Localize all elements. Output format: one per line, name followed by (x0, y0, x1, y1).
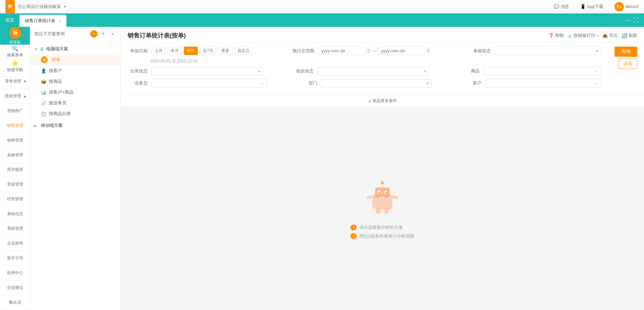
sidebar-search[interactable]: 🔍 搜索菜单 (0, 45, 30, 59)
sidebar-item-finance[interactable]: 资金管理 (0, 177, 30, 192)
sidebar-finance-label: 资金管理 (7, 182, 23, 187)
tree-group-pc-header[interactable]: ▼ 🖥 电脑端方案 (30, 44, 120, 54)
salesperson-input-wrapper[interactable]: ··· (152, 79, 267, 88)
help-icon: ❓ (548, 33, 554, 38)
tree-item-by-customer-goods[interactable]: 📊 按客户+商品 (30, 87, 120, 98)
message-label: 消息 (560, 4, 569, 10)
sidebar-item-system[interactable]: 系统管理 (0, 221, 30, 236)
department-select[interactable] (321, 79, 431, 88)
tree-item-by-goods[interactable]: 📦 按商品 (30, 76, 120, 87)
sidebar-item-wholesale[interactable]: 批发管理 ▲ (0, 89, 30, 104)
left-panel-actions: + ✎ « (90, 30, 116, 38)
pc-group-icon: 🖥 (40, 46, 44, 52)
sidebar-quicknav[interactable]: ⭐ 快捷导航 (0, 59, 30, 74)
sidebar-item-member[interactable]: 畅会员 (0, 295, 30, 310)
top-bar-title: 办公用品行业模拟账套 (17, 4, 61, 10)
goods-ellipsis-icon[interactable]: ··· (594, 68, 598, 74)
tree-group-pc: ▼ 🖥 电脑端方案 按 按单 👤 按客户 (30, 44, 120, 119)
print-btn[interactable]: 🖨 按模板打印 ▾ (568, 33, 598, 39)
svg-point-6 (385, 192, 387, 193)
right-main: 销售订单统计表(按单) ❓ 帮助 🖨 按模板打印 ▾ 📤 导出 (121, 27, 644, 310)
user-area[interactable]: Ea demo2 (614, 2, 639, 11)
add-scheme-btn[interactable]: + (90, 30, 98, 38)
tree-item-by-customer[interactable]: 👤 按客户 (30, 65, 120, 76)
svg-rect-8 (392, 195, 398, 199)
tab-expand-icon[interactable]: ⛶ (633, 17, 639, 23)
filter-section: 单据日期 上月 本月 本年 近7天 更多 自定义 (121, 43, 644, 106)
help-label: 帮助 (555, 33, 564, 39)
search-button[interactable]: 查询 (614, 47, 637, 57)
payment-label: 收款状态 (293, 68, 314, 74)
payment-select[interactable] (318, 67, 429, 75)
expected-date-to[interactable] (378, 47, 425, 55)
tree-item-by-customer-goods-label: 按客户+商品 (49, 89, 73, 95)
top-bar-arrow[interactable]: ▾ (64, 4, 66, 9)
filter-row-2: 出库状态 收款状态 (127, 67, 601, 75)
tab-minimize-icon[interactable]: — (625, 17, 631, 23)
payment-select-wrapper (318, 67, 429, 75)
sidebar-item-marketing[interactable]: 营销推广 (0, 104, 30, 118)
active-dot: 按 (41, 56, 48, 63)
edit-scheme-btn[interactable]: ✎ (100, 30, 107, 38)
divider (575, 4, 575, 9)
sidebar-item-inventory[interactable]: 库存核算 (0, 163, 30, 177)
settings-button[interactable]: 设置 (619, 59, 637, 69)
sidebar-item-ecommerce[interactable]: 电商管理 (0, 133, 30, 148)
date-btn-more[interactable]: 更多 (218, 47, 232, 55)
customer-ellipsis-icon[interactable]: ··· (594, 81, 598, 86)
by-customer-goods-icon: 📊 (41, 90, 46, 95)
sidebar-item-newbie[interactable]: 新手引导 (0, 251, 30, 266)
pc-group-label: 电脑端方案 (46, 46, 68, 52)
sidebar-item-wechat[interactable]: 企业微信 (0, 280, 30, 295)
date-btn-thismonth[interactable]: 本月 (168, 47, 182, 55)
customer-label: 客户 (461, 80, 481, 86)
app-label: App下载 (587, 4, 603, 10)
date-btn-group: 上月 本月 本年 近7天 更多 自定义 (152, 47, 253, 55)
tab-bar-actions: — ⛶ (625, 17, 639, 23)
department-select-wrapper (321, 79, 431, 88)
tree-item-by-order[interactable]: 按 按单 (30, 54, 120, 65)
sidebar-item-sales[interactable]: 销售管理 (0, 118, 30, 133)
sidebar-item-collab[interactable]: 企业协同 (0, 236, 30, 251)
sidebar-item-purchase[interactable]: 采购管理 (0, 148, 30, 163)
tree-item-by-category[interactable]: 📋 按商品分类 (30, 108, 120, 119)
tree-item-by-salesperson[interactable]: 📈 按业务员 (30, 98, 120, 108)
date-btn-custom[interactable]: 自定义 (234, 47, 253, 55)
collapse-bar[interactable]: ∧ 收起更多条件 (121, 95, 644, 106)
help-btn[interactable]: ❓ 帮助 (548, 33, 564, 39)
page-header-actions: ❓ 帮助 🖨 按模板打印 ▾ 📤 导出 🔄 刷新 (548, 33, 637, 39)
date-btn-thisyear[interactable]: 本年 (184, 47, 198, 55)
sidebar-logo-icon: 畅 (9, 27, 21, 39)
expected-date-from[interactable] (318, 47, 365, 55)
app-download-btn[interactable]: 📱 App下载 (580, 4, 603, 10)
left-panel-tree: ▼ 🖥 电脑端方案 按 按单 👤 按客户 (30, 41, 120, 310)
tree-group-mobile: ▶ 移动端方案 (30, 120, 120, 131)
collapse-panel-btn[interactable]: « (109, 30, 116, 38)
page-header: 销售订单统计表(按单) ❓ 帮助 🖨 按模板打印 ▾ 📤 导出 (121, 27, 644, 43)
tab-active[interactable]: 销售订单统计表 × (19, 15, 66, 27)
goods-input-wrapper[interactable]: ··· (484, 67, 601, 75)
empty-hints: 1 请先选择要分析的方案 2 用[过滤]条件来缩小分析范围 (351, 224, 414, 239)
tab-close-icon[interactable]: × (59, 18, 61, 23)
tab-home[interactable]: 首页 (0, 13, 19, 27)
bill-status-select[interactable] (495, 47, 601, 55)
delivery-select[interactable] (152, 67, 263, 75)
tree-group-mobile-header[interactable]: ▶ 移动端方案 (30, 120, 120, 131)
sidebar-item-basic[interactable]: 基础信息 (0, 207, 30, 221)
export-btn[interactable]: 📤 导出 (602, 33, 618, 39)
bill-status-select-wrapper (495, 47, 601, 55)
date-btn-7days[interactable]: 近7天 (200, 47, 216, 55)
sidebar-purchase-label: 采购管理 (7, 152, 23, 158)
message-btn[interactable]: 💬 消息 (554, 4, 569, 10)
customer-input-wrapper[interactable]: ··· (485, 79, 601, 88)
sidebar-item-operations[interactable]: 经营管理 (0, 192, 30, 207)
date-btn-lastmonth[interactable]: 上月 (152, 47, 166, 55)
expected-date-to-icon: 🗓 (426, 48, 431, 53)
sidebar-sales-label: 销售管理 (7, 123, 23, 128)
refresh-btn[interactable]: 🔄 刷新 (622, 33, 637, 39)
sidebar-item-retail[interactable]: 零售管理 ▼ (0, 74, 30, 89)
salesperson-ellipsis-icon[interactable]: ··· (260, 81, 264, 86)
sidebar-item-appcenter[interactable]: 应用中心 (0, 266, 30, 280)
hint-1-text: 请先选择要分析的方案 (359, 224, 403, 230)
filter-left: 单据日期 上月 本月 本年 近7天 更多 自定义 (121, 43, 608, 95)
